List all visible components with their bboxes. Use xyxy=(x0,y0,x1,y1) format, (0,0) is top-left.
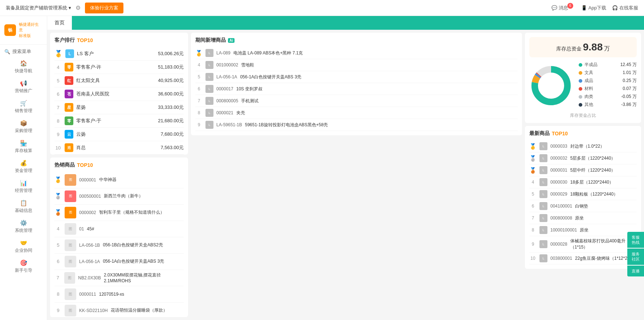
rank-number: 6 xyxy=(54,259,62,264)
customer-avatar: L xyxy=(65,49,74,58)
customer-rank-item: 5 红 红太阳文具 40,925.00元 xyxy=(54,74,184,87)
legend-item: 其他 -3.86 万 xyxy=(579,102,637,108)
rank-medal-icon: 🥇 xyxy=(54,176,62,183)
product-code: 0000031 xyxy=(550,168,567,173)
sidebar-item-label: 经营管理 xyxy=(15,188,32,194)
product-name: 白钢垫 xyxy=(575,203,637,209)
customer-avatar: 零 xyxy=(65,63,73,71)
rank-number: 9 xyxy=(529,242,537,247)
product-thumbnail: 图 xyxy=(65,256,76,267)
rank-number: 4 xyxy=(54,226,62,231)
legend-item: 成品 0.25 万 xyxy=(579,78,637,84)
product-name: 花语萌恒温分腿睡袋（厚款） xyxy=(111,307,167,313)
app-download-item[interactable]: 📱 App下载 xyxy=(581,5,606,11)
product-list-item: 🥇 图 0000001 中华神器 xyxy=(54,172,184,188)
sidebar-item-quick-nav[interactable]: 🏠 快捷导航 xyxy=(0,57,47,77)
rank-number: 5 xyxy=(195,74,203,79)
sidebar-item-guide[interactable]: 🎯 新手引导 xyxy=(0,257,47,276)
product-code: NB2.0X30B xyxy=(78,275,101,280)
logo-line2: 标准版 xyxy=(19,33,42,38)
sidebar-item-operations[interactable]: 📊 经营管理 xyxy=(0,177,47,197)
sidebar-search[interactable]: 🔍 搜索菜单 xyxy=(0,46,47,57)
sidebar-item-sales[interactable]: 🛒 销售管理 xyxy=(0,97,47,117)
new-product-item: 7 L 000800008 原坐 xyxy=(529,212,637,224)
rank-num: 6 xyxy=(54,91,62,97)
product-list-item: 7 图 NB2.0X30B 2.0X30MM双摆花轴,摆花直径2.1MM/ROH… xyxy=(54,270,184,286)
period-product-item: 5 L LA-056-1A 056-1A白色按键开关盖ABS 3壳 xyxy=(195,71,518,83)
rank-number: 8 xyxy=(529,227,537,233)
sidebar-item-finance[interactable]: 💰 资金管理 xyxy=(0,157,47,177)
product-icon: L xyxy=(539,240,547,248)
messages-nav-item[interactable]: 💬 消息 6 xyxy=(551,5,575,11)
customer-name: 苍南县人民医院 xyxy=(76,91,155,97)
sidebar-item-marketing[interactable]: 📢 营销推广 xyxy=(0,77,47,97)
nav-tabs: 首页 xyxy=(47,16,644,30)
product-name: 新西兰牛肉（新牛） xyxy=(104,193,143,199)
legend-item: 文具 1.01 万 xyxy=(579,70,637,76)
tab-home[interactable]: 首页 xyxy=(47,16,72,30)
rank-number: 10 xyxy=(529,256,537,261)
rank-medal-icon: 🥉 xyxy=(54,209,62,216)
sidebar-item-system[interactable]: ⚙️ 系统管理 xyxy=(0,217,47,237)
sidebar-item-corp[interactable]: 🤝 企业协同 xyxy=(0,237,47,257)
sidebar-item-inventory[interactable]: 🏪 库存核算 xyxy=(0,137,47,157)
legend-dot xyxy=(579,95,582,99)
product-icon: L xyxy=(539,178,547,186)
rank-number: 6 xyxy=(529,204,537,209)
product-name: 手机测试 xyxy=(241,98,518,104)
inventory-total: 库存总资金 9.88 万 xyxy=(529,37,637,57)
sidebar-item-label: 基础信息 xyxy=(15,208,32,214)
legend-value: -3.86 万 xyxy=(621,102,637,108)
system-title-text: 装备及固定资产辅助管理系统 xyxy=(6,5,67,11)
trial-button[interactable]: 体验行业方案 xyxy=(85,3,123,13)
headset-icon: 🎧 xyxy=(612,5,618,11)
product-thumbnail: 图 xyxy=(65,223,76,235)
legend-dot xyxy=(579,103,582,107)
online-service-item[interactable]: 🎧 在线客服 xyxy=(612,5,638,11)
rank-number: 9 xyxy=(54,308,62,313)
new-product-item: 9 L 0000028 体械嘉枝味苏打饮品400毫升（1*15） xyxy=(529,236,637,253)
customer-hotline-button[interactable]: 客服热线 xyxy=(627,232,644,248)
legend-value: 0.07 万 xyxy=(623,86,637,92)
customer-avatar: 肖 xyxy=(65,143,73,152)
new-product-item: 10 L 003800001 22g鱼豆腐-烧烤味（1*12*20） xyxy=(529,253,637,264)
newest-top10-label: TOP10 xyxy=(552,131,568,136)
product-list-item: 5 图 LA-056-1B 056-1B白色按键开关盒ABS2壳 xyxy=(54,237,184,254)
message-icon: 💬 xyxy=(551,5,557,11)
sidebar-item-label: 资金管理 xyxy=(15,168,32,174)
product-icon: L xyxy=(205,85,213,93)
rank-number: 8 xyxy=(195,110,203,115)
product-name: 中华神器 xyxy=(99,177,117,183)
customer-value: 36,600.00元 xyxy=(158,91,184,97)
product-code: 0000002 xyxy=(79,210,96,215)
customer-ranking-label: 客户排行 xyxy=(54,37,75,44)
product-code: 000800005 xyxy=(216,98,238,103)
customer-avatar: 星 xyxy=(65,103,73,112)
inventory-total-unit: 万 xyxy=(604,45,610,52)
logo-icon: 畅 xyxy=(4,24,16,36)
product-name: 电池盖 LA-089 ABS本色+黑种 7.1克 xyxy=(233,50,518,56)
product-thumbnail: 图 xyxy=(65,305,76,316)
inventory-caption: 库存资金占比 xyxy=(529,112,637,119)
service-community-button[interactable]: 服务社区 xyxy=(627,249,644,265)
product-icon: L xyxy=(539,166,547,174)
logo-line1: 畅捷通好生意 xyxy=(19,22,42,33)
period-product-item: 6 L 0000017 10S 变刹罗叔 xyxy=(195,83,518,95)
product-name: 夹壳 xyxy=(236,110,518,116)
system-title-dropdown[interactable]: 装备及固定资产辅助管理系统 ▾ xyxy=(6,5,71,11)
product-code: LA-59651-1B xyxy=(216,122,242,127)
sidebar-item-basic[interactable]: 📋 基础信息 xyxy=(0,197,47,217)
settings-icon[interactable]: ⚙ xyxy=(76,4,81,11)
rank-num: 5 xyxy=(54,78,62,83)
customer-rank-item: 8 零 零售客户-于 21,680.00元 xyxy=(54,114,184,128)
customer-value: 21,680.00元 xyxy=(158,118,184,124)
rank-num: 9 xyxy=(54,132,62,137)
product-code: LA-089 xyxy=(216,50,231,56)
product-code: 0000017 xyxy=(216,86,233,91)
customer-ranking-title: 客户排行 TOP10 xyxy=(54,37,184,44)
sidebar: 畅 畅捷通好生意 标准版 🔍 搜索菜单 🏠 快捷导航 📢 营销推广 🛒 销售管理… xyxy=(0,16,47,320)
new-product-item: 8 L 10000100001 原坐 xyxy=(529,224,637,236)
sidebar-item-purchase[interactable]: 📦 采购管理 xyxy=(0,117,47,137)
live-broadcast-button[interactable]: 直播 xyxy=(627,266,644,276)
period-products-label: 期间新增商品 xyxy=(195,37,226,44)
